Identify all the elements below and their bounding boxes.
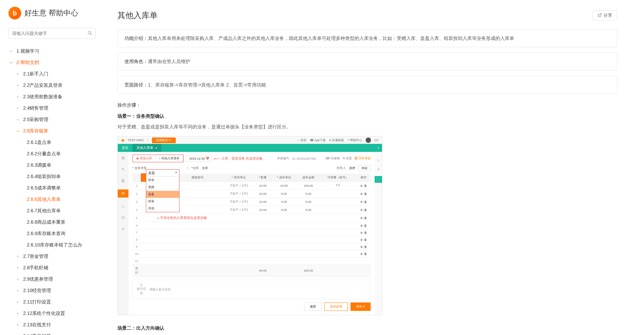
th-spec: 规格型号 bbox=[172, 174, 223, 182]
mock-annotation1: 入库、退货业务 在这里切换 bbox=[221, 156, 263, 161]
plus-icon: ＋ bbox=[15, 94, 20, 100]
mock-content: ◉ 其他入库 ○ 其他入库退库 2019-12-26 📅 ⟵ 入库、退货业务 在… bbox=[128, 152, 375, 315]
dropdown-option: 拆装 bbox=[146, 198, 179, 205]
plus-icon: ＋ bbox=[15, 288, 20, 293]
sidebar-item-2-6-3[interactable]: 2.6.3调拨单 bbox=[8, 160, 96, 171]
mock-docno: JC-20191226-001 bbox=[292, 157, 316, 160]
sidebar-item-2-3[interactable]: ＋2.3使用前数据准备 bbox=[8, 91, 96, 103]
mock-avatar bbox=[366, 137, 371, 143]
mock-body: ⊞ ✎ 🗑 ⟳ ⌂ ⊡ ≡ ◉ 其他入库 bbox=[118, 152, 382, 315]
sidebar-item-2-10[interactable]: ＋2.10经营管理 bbox=[8, 285, 96, 296]
th-op: 操作 bbox=[357, 174, 371, 182]
sidebar-item-2-6-1[interactable]: 2.6.1盘点单 bbox=[8, 137, 96, 148]
table-row: 6⊕ 🗑 bbox=[132, 222, 371, 229]
plus-icon: ＋ bbox=[15, 254, 20, 259]
mock-username: CC bbox=[374, 138, 379, 142]
plus-icon: ＋ bbox=[15, 265, 20, 271]
sidebar-item-2-6-6[interactable]: 2.6.6其他入库单 bbox=[8, 194, 96, 205]
plus-icon: ＋ bbox=[15, 277, 20, 282]
plus-icon: ＋ bbox=[15, 299, 20, 305]
th-cost: * 成本单价 bbox=[271, 174, 297, 182]
mock-auth-link: ⊕ 应邀授权 bbox=[329, 138, 344, 143]
plus-icon: ＋ bbox=[15, 334, 20, 335]
svg-point-0 bbox=[88, 31, 91, 34]
sidebar-item-2-9[interactable]: ＋2.9优惠券管理 bbox=[8, 274, 96, 285]
sidebar-item-2-5[interactable]: ＋2.5采购管理 bbox=[8, 114, 96, 125]
mock-leftbar: ⊞ ✎ 🗑 ⟳ ⌂ ⊡ ≡ bbox=[118, 152, 128, 315]
mock-app-link: ☎ App下载 bbox=[310, 138, 326, 143]
sidebar-item-2-6-5[interactable]: 2.6.5成本调整单 bbox=[8, 182, 96, 194]
content-section: 操作步骤： 场景一：业务类型确认 对于受赠、盘盈或是拆装入库等不同的业务，是通过… bbox=[117, 102, 617, 335]
sidebar-item-docs[interactable]: −2.帮助文档 bbox=[8, 57, 96, 68]
sidebar-item-2-6-4[interactable]: 2.6.4组装拆卸单 bbox=[8, 171, 96, 182]
sidebar: b 好生意 帮助中心 ＋1.视频学习 −2.帮助文档 ＋2.1新手入门 ＋2.2… bbox=[0, 0, 104, 335]
sidebar-item-2-11[interactable]: ＋2.11打印设置 bbox=[8, 296, 96, 308]
sidebar-item-2-6[interactable]: −2.6库存核算 bbox=[8, 125, 96, 137]
sidebar-item-2-6-2[interactable]: 2.6.2分量盘点单 bbox=[8, 148, 96, 160]
sidebar-item-2-6-9[interactable]: 2.6.9库存账本查询 bbox=[8, 228, 96, 239]
sidebar-item-2-13[interactable]: ＋2.13在线支付 bbox=[8, 319, 96, 331]
sidebar-item-2-6-7[interactable]: 2.6.7其他出库单 bbox=[8, 205, 96, 217]
sidebar-item-2-7[interactable]: ＋2.7资金管理 bbox=[8, 251, 96, 262]
nav-icon: ⊡ bbox=[120, 215, 126, 220]
nav-icon: ✎ bbox=[120, 167, 126, 172]
table-totals: 合计40.00100.00 bbox=[132, 265, 371, 277]
arrow-icon: ⟵ bbox=[214, 156, 220, 161]
role-label: 使用角色： bbox=[124, 59, 148, 64]
share-label: 分享 bbox=[603, 12, 612, 18]
sidebar-item-2-14[interactable]: ＋2.14常见问题 bbox=[8, 331, 96, 335]
main-content: 其他入库单 分享 功能介绍：其他入库单用来处理除采购入库、产成品入库之外的其他入… bbox=[104, 0, 644, 335]
mock-type-switch: ◉ 其他入库 ○ 其他入库退库 bbox=[132, 155, 183, 162]
th-usable: 可用量（批号） bbox=[320, 174, 356, 182]
tool-icon: ⊞ bbox=[377, 167, 380, 171]
sidebar-item-2-1[interactable]: ＋2.1新手入门 bbox=[8, 68, 96, 80]
search-input[interactable] bbox=[8, 28, 96, 39]
table-row: 10⊕ 🗑 bbox=[132, 250, 371, 258]
mock-note-box: ☰备注信息 请输入备注信息 bbox=[132, 280, 371, 299]
sidebar-item-video[interactable]: ＋1.视频学习 bbox=[8, 46, 96, 57]
role-box: 使用角色：通常由仓管人员维护 bbox=[117, 52, 617, 70]
mock-collapse-btn: 收起 bbox=[359, 165, 371, 171]
plus-icon: ＋ bbox=[15, 311, 20, 316]
sidebar-item-2-12[interactable]: ＋2.12系统个性化设置 bbox=[8, 308, 96, 319]
search-icon[interactable] bbox=[88, 31, 92, 36]
share-button[interactable]: 分享 bbox=[593, 10, 617, 21]
mock-docno-label: 单据编号 bbox=[277, 156, 289, 161]
sidebar-item-2-6-8[interactable]: 2.6.8商品成本重算 bbox=[8, 217, 96, 228]
mock-type-return: ○ 其他入库退库 bbox=[156, 155, 183, 162]
logo[interactable]: b 好生意 帮助中心 bbox=[8, 7, 96, 19]
mock-dropdown: 盘盈× 所有 受赠 盘盈 拆装 其他 bbox=[146, 169, 179, 212]
tool-icon: ⛶ bbox=[375, 176, 382, 183]
close-icon: × bbox=[155, 146, 157, 150]
plus-icon: ＋ bbox=[15, 106, 20, 111]
sidebar-item-2-6-10[interactable]: 2.6.10库存账本错了怎么办 bbox=[8, 239, 96, 251]
steps-heading: 操作步骤： bbox=[117, 102, 617, 108]
embedded-screenshot: ◉ TEST-H002 ▾ 我要购买>> ⌂ 首页 ☎ App下载 ⊕ 应邀授权… bbox=[117, 136, 382, 315]
mock-date: 2019-12-26 📅 bbox=[186, 156, 212, 162]
nav-icon-active: ⟳ bbox=[118, 189, 128, 198]
dropdown-option: 所有 bbox=[146, 177, 179, 184]
mock-footer: 放弃 保存新增 保存 ▾ bbox=[132, 299, 371, 312]
nav-tree: ＋1.视频学习 −2.帮助文档 ＋2.1新手入门 ＋2.2产品安装及登录 ＋2.… bbox=[8, 46, 96, 335]
intro-box: 功能介绍：其他入库单用来处理除采购入库、产成品入库之外的其他入库业务，因此其他入… bbox=[117, 29, 617, 47]
plus-icon: ＋ bbox=[15, 117, 20, 122]
sidebar-item-2-4[interactable]: ＋2.4销售管理 bbox=[8, 103, 96, 114]
mock-company: TEST-H002 bbox=[128, 138, 144, 142]
svg-line-1 bbox=[91, 34, 92, 35]
path-box: 页面路径：1、库存核算->库存管理->其他入库单 2、首页->常用功能 bbox=[117, 76, 617, 94]
plus-icon: ＋ bbox=[15, 71, 20, 77]
dropdown-option: 其他 bbox=[146, 205, 179, 212]
mock-tabs: 首页 其他入库单× × bbox=[118, 144, 382, 152]
sidebar-item-2-2[interactable]: ＋2.2产品安装及登录 bbox=[8, 80, 96, 91]
share-icon bbox=[598, 13, 602, 18]
th-qty: * 数量 bbox=[255, 174, 271, 182]
page-header: 其他入库单 分享 bbox=[117, 10, 617, 21]
table-row: 8⊕ 🗑 bbox=[132, 236, 371, 243]
nav-icon: ≡ bbox=[120, 226, 126, 232]
mock-tab-home: 首页 bbox=[118, 144, 132, 152]
mock-help-link: ? 帮助中心 bbox=[347, 138, 362, 143]
svg-line-2 bbox=[599, 13, 601, 15]
th-amount: 成本金额 bbox=[297, 174, 320, 182]
nav-icon: ⌂ bbox=[120, 204, 126, 209]
sidebar-item-2-8[interactable]: ＋2.8手机旺铺 bbox=[8, 262, 96, 274]
